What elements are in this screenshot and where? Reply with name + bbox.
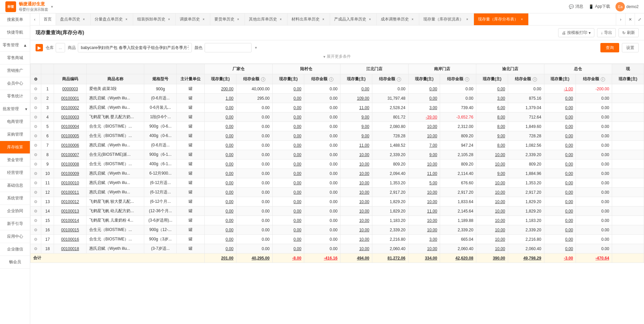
app-download-btn[interactable]: 📱 App下载 (589, 4, 610, 9)
tab-close-otherout[interactable]: × (278, 17, 283, 22)
tab-demand[interactable]: 要货单历史 × (210, 13, 245, 26)
cell-jb-qty[interactable]: 10.00 (340, 244, 372, 253)
cell-code[interactable]: 00100007 (54, 150, 87, 159)
tab-assembly[interactable]: 组装拆卸单历史 × (133, 13, 176, 26)
cell-code[interactable]: 00100006 (54, 141, 87, 150)
cell-fj-qty[interactable]: 0.00 (205, 197, 236, 206)
tab-next-btn[interactable]: › (616, 13, 625, 26)
sidebar-item-finance[interactable]: 资金管理 (0, 154, 30, 167)
cell-lc-qty[interactable]: 0.00 (272, 159, 304, 169)
cell-na-qty[interactable]: 10.00 (408, 131, 440, 141)
cell-na-qty[interactable]: 7.00 (408, 141, 440, 150)
cell-zc-qty[interactable]: 0.00 (544, 235, 576, 244)
cell-fj-qty[interactable]: 0.00 (205, 178, 236, 188)
cell-fj-qty[interactable]: 0.00 (205, 103, 236, 112)
tab-close-partstock[interactable]: × (124, 17, 129, 22)
cell-lc-qty[interactable]: 0.00 (272, 225, 304, 235)
total-na-qty[interactable]: 334.00 (408, 253, 440, 263)
cell-fj-qty[interactable]: 0.00 (205, 112, 236, 122)
cell-yb-qty[interactable]: 10.00 (476, 188, 508, 197)
tab-close-transfer[interactable]: × (201, 17, 206, 22)
cell-yb-qty[interactable]: 9.00 (476, 169, 508, 178)
tab-stockdist[interactable]: 现存量（库存分布表） × (474, 13, 529, 26)
cell-code[interactable]: 00100001 (54, 94, 87, 103)
cell-zc-qty[interactable]: 0.00 (544, 206, 576, 216)
cell-jb-qty[interactable]: 11.00 (340, 103, 372, 112)
cell-code[interactable]: 00100012 (54, 197, 87, 206)
total-yb-amt[interactable]: 49,798.29 (508, 253, 544, 263)
table-container[interactable]: 厂家仓 陆村仓 江北门店 南岸门店 渝北门店 总仓 现 ⚙ 商品编码 商品名称 … (30, 64, 644, 324)
message-btn[interactable]: 💬 消息 (569, 4, 583, 9)
cell-jb-qty[interactable]: 10.00 (340, 188, 372, 197)
total-jb-amt[interactable]: 81,272.06 (372, 253, 408, 263)
cell-code[interactable]: 00100008 (54, 159, 87, 169)
cell-lc-qty[interactable]: 0.00 (272, 150, 304, 159)
sidebar-item-marketing[interactable]: 营销推广 (0, 64, 30, 77)
cell-code[interactable]: 0000003 (54, 84, 87, 94)
tab-close-demand[interactable]: × (236, 17, 240, 22)
cell-fj-qty[interactable]: 0.00 (205, 122, 236, 131)
cell-zc-qty[interactable]: 0.00 (544, 159, 576, 169)
cell-zc-qty[interactable]: 0.00 (544, 94, 576, 103)
cell-na-qty[interactable]: 10.00 (408, 188, 440, 197)
cell-lc-qty[interactable]: 0.00 (272, 169, 304, 178)
sidebar-item-mall[interactable]: 零售商城 (0, 52, 30, 64)
cell-na-qty[interactable]: 10.00 (408, 225, 440, 235)
cell-fj-qty[interactable]: 0.00 (205, 169, 236, 178)
cell-yb-qty[interactable]: 10.00 (476, 235, 508, 244)
query-btn[interactable]: 查询 (600, 43, 619, 52)
cell-lc-qty[interactable]: 0.00 (272, 131, 304, 141)
cell-code[interactable]: 00100018 (54, 244, 87, 253)
cell-na-qty[interactable]: 10.00 (408, 216, 440, 225)
setting-btn[interactable]: 设置 (622, 43, 639, 52)
cell-code[interactable]: 00100002 (54, 103, 87, 112)
tab-close-stocktake[interactable]: × (82, 17, 86, 22)
user-avatar-btn[interactable]: Ea demo2 (615, 2, 639, 11)
color-input[interactable] (205, 43, 252, 52)
cell-na-qty[interactable]: -39.00 (408, 112, 440, 122)
total-na-amt[interactable]: 42,620.08 (440, 253, 476, 263)
warehouse-input[interactable]: ... (56, 43, 65, 52)
product-input[interactable] (78, 43, 192, 52)
tab-close-produced[interactable]: × (368, 17, 372, 22)
cell-zc-qty[interactable]: 0.00 (544, 103, 576, 112)
cell-na-qty[interactable]: 0.00 (408, 84, 440, 94)
cell-yb-qty[interactable]: 8.00 (476, 122, 508, 131)
tab-close-matout[interactable]: × (321, 17, 326, 22)
cell-code[interactable]: 00100004 (54, 122, 87, 131)
cell-yb-qty[interactable]: 8.00 (476, 112, 508, 122)
sidebar-item-guide[interactable]: 新手引导 (0, 218, 30, 230)
cell-jb-qty[interactable]: 10.00 (340, 197, 372, 206)
sidebar-item-retailstat[interactable]: 零售统计 (0, 90, 30, 103)
cell-zc-qty[interactable]: 0.00 (544, 216, 576, 225)
cell-jb-qty[interactable]: 0.00 (340, 84, 372, 94)
cell-jb-qty[interactable]: 10.00 (340, 169, 372, 178)
cell-jb-qty[interactable]: 10.00 (340, 225, 372, 235)
cell-zc-qty[interactable]: 0.00 (544, 178, 576, 188)
cell-yb-qty[interactable]: 10.00 (476, 150, 508, 159)
cell-lc-qty[interactable]: 0.00 (272, 112, 304, 122)
cell-na-qty[interactable]: 10.00 (408, 159, 440, 169)
cell-na-qty[interactable]: 3.00 (408, 235, 440, 244)
tab-close-assembly[interactable]: × (167, 17, 171, 22)
expand-more-btn[interactable]: ▾ 展开更多条件 (36, 52, 639, 61)
sidebar-item-inventory[interactable]: 库存核算 (0, 141, 30, 154)
tab-stockstatus[interactable]: 现存量（库存状况表） × (419, 13, 474, 26)
color-dropdown-icon[interactable]: ▾ (255, 45, 257, 50)
cell-fj-qty[interactable]: 0.00 (205, 141, 236, 150)
cell-fj-qty[interactable]: 0.00 (205, 244, 236, 253)
tab-close-costadjust[interactable]: × (410, 17, 415, 22)
cell-code[interactable]: 00100003 (54, 112, 87, 122)
cell-yb-qty[interactable]: 10.00 (476, 225, 508, 235)
cell-lc-qty[interactable]: 0.00 (272, 244, 304, 253)
cell-zc-qty[interactable]: 0.00 (544, 225, 576, 235)
total-jb-qty[interactable]: 494.00 (340, 253, 372, 263)
cell-na-qty[interactable]: 10.00 (408, 244, 440, 253)
cell-yb-qty[interactable]: 10.00 (476, 216, 508, 225)
cell-lc-qty[interactable]: 0.00 (272, 197, 304, 206)
tab-prev-btn[interactable]: ‹ (30, 13, 40, 26)
cell-code[interactable]: 00100010 (54, 178, 87, 188)
total-fj-amt[interactable]: 40,295.00 (236, 253, 272, 263)
cell-lc-qty[interactable]: 0.00 (272, 141, 304, 150)
info-icon-na[interactable]: i (465, 77, 469, 82)
